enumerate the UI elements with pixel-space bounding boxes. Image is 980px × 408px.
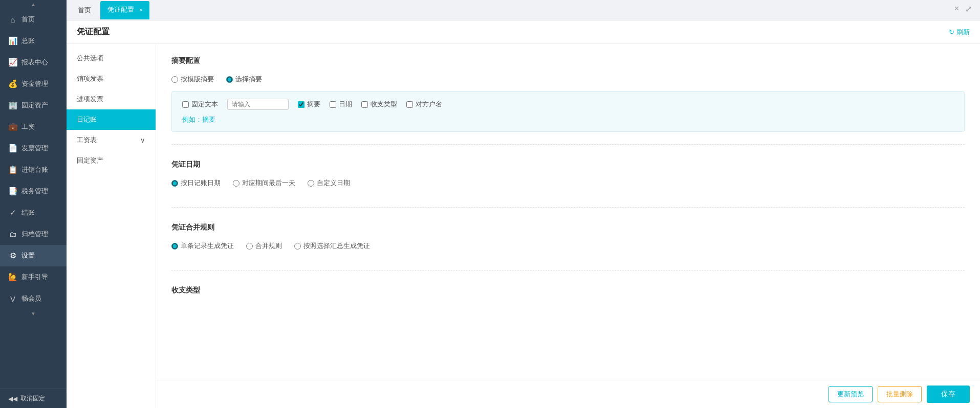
sidebar-item-label: 新手引导 [21,273,48,282]
sidebar-item-report-center[interactable]: 📈 报表中心 [0,52,67,73]
left-nav: 公共选项 销项发票 进项发票 日记账 工资表 ∨ 固定资产 [67,44,156,408]
template-summary-radio[interactable] [171,76,178,83]
window-controls: × ⤢ [954,4,972,14]
left-nav-payroll-table[interactable]: 工资表 ∨ [67,130,156,150]
resize-window-button[interactable]: ⤢ [965,4,972,14]
invoice-icon: 📄 [8,144,17,153]
checkbox-label-text: 对方户名 [416,100,442,109]
fixed-text-checkbox[interactable] [182,101,189,108]
ledger-icon: 📋 [8,165,17,174]
sidebar-item-home[interactable]: ⌂ 首页 [0,9,67,30]
check-icon: ✓ [8,208,17,217]
income-expense-checkbox[interactable] [361,101,368,108]
radio-custom-date[interactable]: 自定义日期 [308,178,350,188]
sidebar-item-fixed-assets[interactable]: 🏢 固定资产 [0,95,67,116]
summary-checkboxes: 固定文本 摘要 日期 [182,99,954,110]
sidebar-item-general-ledger[interactable]: 📊 总账 [0,30,67,52]
batch-delete-button[interactable]: 批量删除 [878,386,922,402]
guide-icon: 🙋 [8,273,17,282]
sidebar-item-fund-management[interactable]: 💰 资金管理 [0,73,67,95]
sidebar-item-settlement[interactable]: ✓ 结账 [0,202,67,223]
unpin-button[interactable]: ◀◀ 取消固定 [0,389,67,408]
example-label: 例如：摘要 [182,116,215,123]
radio-label-text: 选择摘要 [235,75,262,84]
radio-label-text: 对应期间最后一天 [242,178,295,188]
left-nav-purchase-invoice[interactable]: 进项发票 [67,89,156,109]
tab-close-icon[interactable]: × [139,7,142,13]
radio-label-text: 按照选择汇总生成凭证 [303,241,370,251]
radio-merge-rule[interactable]: 合并规则 [246,241,282,251]
radio-template-summary[interactable]: 按模版摘要 [171,75,214,84]
sidebar-item-invoice-management[interactable]: 📄 发票管理 [0,138,67,159]
sidebar-item-label: 结账 [21,208,35,217]
radio-label-text: 合并规则 [255,241,282,251]
sidebar-item-label: 资金管理 [21,79,48,88]
sidebar-item-purchase-sales[interactable]: 📋 进销台账 [0,159,67,180]
left-nav-public-options[interactable]: 公共选项 [67,48,156,69]
tab-home[interactable]: 首页 [71,2,98,19]
sidebar-item-label: 首页 [21,15,35,24]
fixed-text-input[interactable] [227,99,289,110]
close-window-button[interactable]: × [954,4,959,14]
radio-single-record[interactable]: 单条记录生成凭证 [171,241,234,251]
sidebar-item-tax-management[interactable]: 📑 税务管理 [0,180,67,202]
income-expense-type-title: 收支类型 [171,286,965,295]
chart-icon: 📊 [8,36,17,46]
radio-label-text: 按模版摘要 [181,75,214,84]
radio-select-summary[interactable]: 选择摘要 [226,75,262,84]
page-header: 凭证配置 ↻ 刷新 [67,20,980,44]
sidebar-item-settings[interactable]: ⚙ 设置 [0,245,67,266]
content-area: 公共选项 销项发票 进项发票 日记账 工资表 ∨ 固定资产 [67,44,980,408]
page-title: 凭证配置 [77,27,110,37]
left-nav-sales-invoice[interactable]: 销项发票 [67,69,156,89]
summary-options-box: 固定文本 摘要 日期 [171,91,965,132]
checkbox-income-expense-type[interactable]: 收支类型 [361,100,397,109]
counterpart-name-checkbox[interactable] [406,101,413,108]
summary-checkbox[interactable] [298,101,304,108]
archive-icon: 🗂 [8,230,17,239]
sidebar-item-label: 进销台账 [21,165,48,174]
nav-item-label: 日记账 [77,115,97,124]
radio-by-journal-date[interactable]: 按日记账日期 [171,178,221,188]
checkbox-date[interactable]: 日期 [330,100,352,109]
tab-voucher-config[interactable]: 凭证配置 × [100,1,149,19]
sidebar-item-payroll[interactable]: 💼 工资 [0,116,67,138]
refresh-button[interactable]: ↻ 刷新 [949,28,970,37]
home-icon: ⌂ [8,15,17,24]
select-aggregate-radio[interactable] [294,243,301,250]
date-checkbox[interactable] [330,101,336,108]
nav-item-label: 进项发票 [77,95,103,104]
radio-select-aggregate[interactable]: 按照选择汇总生成凭证 [294,241,370,251]
checkbox-summary[interactable]: 摘要 [298,100,320,109]
sidebar-item-archive-management[interactable]: 🗂 归档管理 [0,223,67,245]
sidebar-item-member[interactable]: V 畅会员 [0,288,67,309]
voucher-date-radio-group: 按日记账日期 对应期间最后一天 自定义日期 [171,178,965,188]
radio-last-day-of-period[interactable]: 对应期间最后一天 [233,178,295,188]
last-day-radio[interactable] [233,180,239,187]
checkbox-counterpart-name[interactable]: 对方户名 [406,100,442,109]
tab-label: 凭证配置 [107,5,134,14]
sidebar-item-label: 归档管理 [21,230,48,239]
left-nav-journal[interactable]: 日记账 [67,109,156,130]
left-nav-fixed-assets[interactable]: 固定资产 [67,150,156,171]
save-button[interactable]: 保存 [927,386,970,403]
sidebar-scroll-down[interactable]: ▼ [0,309,67,318]
pin-icon: ◀◀ [8,395,17,402]
nav-item-label: 固定资产 [77,156,103,165]
checkbox-fixed-text[interactable]: 固定文本 [182,100,218,109]
custom-date-radio[interactable] [308,180,314,187]
update-preview-button[interactable]: 更新预览 [829,386,873,402]
sidebar-item-new-guide[interactable]: 🙋 新手引导 [0,266,67,288]
building-icon: 🏢 [8,101,17,110]
by-journal-date-radio[interactable] [171,180,178,187]
tab-bar: 首页 凭证配置 × [67,0,980,20]
merge-rule-radio[interactable] [246,243,253,250]
select-summary-radio[interactable] [226,76,233,83]
radio-label-text: 单条记录生成凭证 [181,241,234,251]
sidebar-scroll-up[interactable]: ▲ [0,0,67,9]
report-icon: 📈 [8,58,17,67]
refresh-label: 刷新 [956,28,970,37]
sidebar-item-label: 设置 [21,251,35,260]
single-record-radio[interactable] [171,243,178,250]
radio-label-text: 按日记账日期 [181,178,221,188]
